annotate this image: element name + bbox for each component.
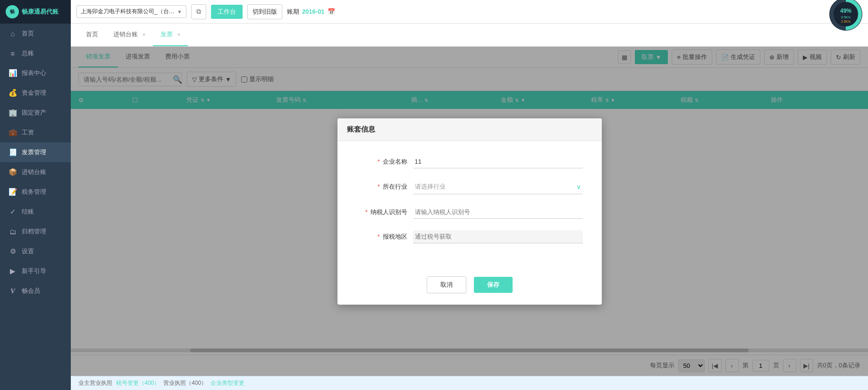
tabs-bar: 首页 进销台账 × 发票 ×	[71, 24, 868, 47]
sidebar-logo: 畅 畅康通易代账	[0, 0, 71, 24]
speed-gauge: 49% 8.5K/s 2.6K/s	[829, 0, 862, 31]
sidebar-item-invoice[interactable]: 🧾 发票管理	[0, 142, 71, 162]
sidebar-label-settings: 设置	[22, 247, 34, 256]
tab-invoice-close[interactable]: ×	[177, 32, 180, 37]
modal-header: 账套信息	[337, 118, 602, 141]
company-name: 上海卯金刀电子科技有限公司_（台201...	[81, 8, 175, 16]
sidebar-item-report[interactable]: 📊 报表中心	[0, 63, 71, 83]
logo-icon: 畅	[6, 5, 19, 18]
logo-title: 畅康通易代账	[22, 8, 59, 16]
tax-region-required: *	[378, 233, 380, 240]
sidebar-item-archive[interactable]: 🗂 归档管理	[0, 222, 71, 241]
report-icon: 📊	[8, 69, 17, 77]
sidebar-label-purchase: 进销台账	[22, 168, 46, 176]
tax-icon: 📝	[8, 188, 17, 196]
svg-text:2.6K/s: 2.6K/s	[841, 20, 851, 23]
industry-select[interactable]: 请选择行业 ∨	[413, 180, 583, 194]
save-button[interactable]: 保存	[474, 277, 513, 293]
sidebar-item-tax[interactable]: 📝 税务管理	[0, 182, 71, 202]
sub-content: 销项发票 进项发票 费用小票 ▦ 取票 ▼ ≡ 批量	[71, 47, 868, 376]
purchase-icon: 📦	[8, 168, 17, 176]
sidebar-item-member[interactable]: V 畅会员	[0, 281, 71, 301]
bottom-bar-text: 业主营业执照	[78, 379, 112, 387]
sidebar-item-finance[interactable]: 💰 资金管理	[0, 83, 71, 103]
tax-region-row: * 报税地区	[356, 230, 583, 243]
calendar-icon[interactable]: 📅	[328, 8, 335, 15]
sidebar-label-close: 结账	[22, 207, 34, 216]
company-name-input[interactable]	[413, 155, 583, 168]
copy-icon-button[interactable]: ⧉	[191, 4, 206, 19]
tab-home[interactable]: 首页	[78, 24, 106, 46]
assets-icon: 🏢	[8, 108, 17, 117]
sidebar-label-assets: 固定资产	[22, 108, 46, 117]
company-dropdown-arrow: ▼	[177, 9, 182, 15]
invoice-icon: 🧾	[8, 148, 17, 157]
sidebar-label-member: 畅会员	[22, 287, 40, 295]
bottom-bar-text2: 营业执照（400）	[163, 379, 207, 387]
industry-label: * 所在行业	[356, 183, 413, 191]
settings-icon: ⚙	[8, 247, 17, 256]
sidebar-label-ledger: 总账	[22, 49, 34, 58]
sidebar-item-close[interactable]: ✓ 结账	[0, 202, 71, 222]
industry-required: *	[378, 183, 380, 190]
tax-id-row: * 纳税人识别号	[356, 206, 583, 219]
company-name-label: * 企业名称	[356, 158, 413, 166]
sidebar-item-ledger[interactable]: ≡ 总账	[0, 43, 71, 63]
sidebar-label-finance: 资金管理	[22, 89, 46, 97]
svg-text:8.5K/s: 8.5K/s	[841, 16, 851, 19]
modal-overlay: 账套信息 * 企业名称 * 所在行	[71, 47, 868, 376]
sidebar-label-tax: 税务管理	[22, 188, 46, 196]
sidebar-label-salary: 工资	[22, 128, 34, 137]
period-label: 账期	[287, 8, 299, 16]
tab-purchase-close[interactable]: ×	[143, 32, 145, 37]
member-icon: V	[8, 287, 17, 295]
tab-purchase[interactable]: 进销台账 ×	[106, 24, 153, 46]
archive-icon: 🗂	[8, 228, 17, 236]
industry-placeholder: 请选择行业	[415, 183, 576, 191]
account-info-modal: 账套信息 * 企业名称 * 所在行	[337, 118, 602, 305]
svg-text:49%: 49%	[840, 8, 851, 14]
sidebar-item-guide[interactable]: ▶ 新手引导	[0, 261, 71, 281]
sidebar-item-salary[interactable]: 💼 工资	[0, 123, 71, 142]
ledger-icon: ≡	[8, 50, 17, 58]
tax-region-input	[413, 230, 583, 243]
tab-purchase-label: 进销台账	[113, 31, 138, 38]
sidebar-label-invoice: 发票管理	[22, 148, 46, 157]
bottom-bar: 业主营业执照 税号变更（400） 营业执照（400） 企业类型变更	[71, 376, 868, 390]
tab-invoice-label: 发票	[160, 31, 173, 38]
copy-icon: ⧉	[196, 8, 201, 16]
sidebar-label-archive: 归档管理	[22, 227, 46, 236]
sidebar: 畅 畅康通易代账 ⌂ 首页 ≡ 总账 📊 报表中心 💰 资金管理 🏢 固定资产 …	[0, 0, 71, 390]
sidebar-item-assets[interactable]: 🏢 固定资产	[0, 103, 71, 123]
sidebar-label-home: 首页	[22, 29, 34, 38]
sidebar-label-guide: 新手引导	[22, 267, 46, 275]
sidebar-item-purchase[interactable]: 📦 进销台账	[0, 162, 71, 182]
switch-version-button[interactable]: 切到旧版	[247, 4, 282, 19]
topbar: 上海卯金刀电子科技有限公司_（台201... ▼ ⧉ 工作台 切到旧版 账期 2…	[71, 0, 868, 24]
industry-dropdown-arrow: ∨	[576, 183, 581, 191]
topbar-right: 49% 8.5K/s 2.6K/s	[829, 0, 862, 31]
tax-id-required: *	[365, 208, 368, 216]
sidebar-item-settings[interactable]: ⚙ 设置	[0, 241, 71, 261]
industry-row: * 所在行业 请选择行业 ∨	[356, 180, 583, 194]
cancel-button[interactable]: 取消	[427, 276, 466, 293]
salary-icon: 💼	[8, 128, 17, 137]
tab-home-label: 首页	[86, 31, 98, 38]
guide-icon: ▶	[8, 267, 17, 275]
tax-id-input[interactable]	[413, 206, 583, 219]
workbench-button[interactable]: 工作台	[211, 5, 243, 19]
company-name-row: * 企业名称	[356, 155, 583, 168]
company-name-required: *	[378, 158, 380, 165]
close-account-icon: ✓	[8, 207, 17, 216]
sidebar-label-report: 报表中心	[22, 69, 46, 77]
bottom-bar-link1[interactable]: 税号变更（400）	[116, 379, 160, 387]
tax-region-label: * 报税地区	[356, 232, 413, 241]
main-content: 上海卯金刀电子科技有限公司_（台201... ▼ ⧉ 工作台 切到旧版 账期 2…	[71, 0, 868, 390]
home-icon: ⌂	[8, 30, 17, 38]
modal-footer: 取消 保存	[337, 269, 602, 305]
bottom-bar-link2[interactable]: 企业类型变更	[211, 379, 244, 387]
tab-invoice[interactable]: 发票 ×	[153, 24, 188, 46]
finance-icon: 💰	[8, 89, 17, 97]
company-selector[interactable]: 上海卯金刀电子科技有限公司_（台201... ▼	[76, 5, 186, 18]
sidebar-item-home[interactable]: ⌂ 首页	[0, 24, 71, 43]
